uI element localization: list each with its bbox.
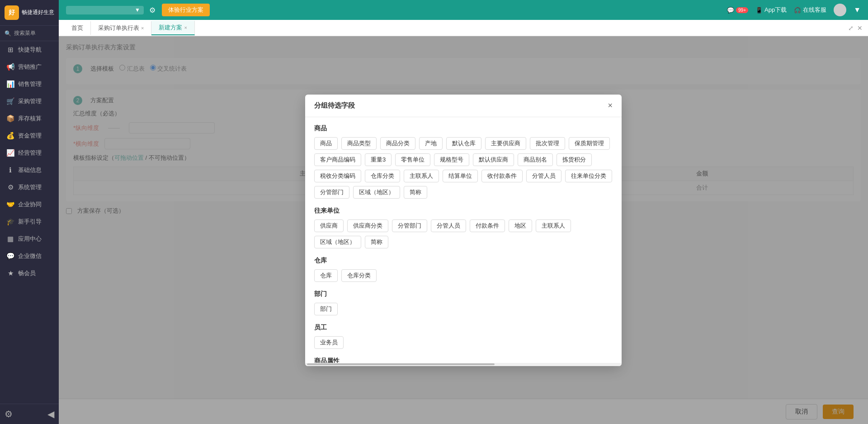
tab-2[interactable]: 新建方案 ×	[151, 21, 194, 35]
tab-1[interactable]: 采购订单执行表 ×	[91, 21, 151, 35]
modal-section-warehouse: 仓库仓库仓库分类	[314, 257, 613, 282]
field-tag-goods-12[interactable]: 默认供应商	[473, 153, 514, 166]
sidebar-item-quick-nav[interactable]: ⊞快捷导航	[0, 41, 59, 58]
sidebar-item-guide[interactable]: 🎓新手引导	[0, 213, 59, 230]
coop-icon: 🤝	[6, 200, 14, 209]
sidebar-item-marketing[interactable]: 📢营销推广	[0, 58, 59, 76]
field-tag-goods-5[interactable]: 主要供应商	[485, 137, 526, 150]
field-tag-goods-10[interactable]: 零售单位	[395, 153, 430, 166]
modal-title: 分组待选字段	[314, 101, 355, 110]
field-tag-goods-18[interactable]: 结算单位	[443, 170, 478, 182]
settings-icon[interactable]: ⚙	[5, 409, 13, 419]
sidebar-item-member[interactable]: ★畅会员	[0, 265, 59, 282]
inventory-icon: 📦	[6, 114, 14, 123]
online-service-link[interactable]: 🎧 在线客服	[794, 6, 826, 14]
field-tag-goods-22[interactable]: 分管部门	[314, 186, 349, 199]
message-icon-wrap[interactable]: 💬 99+	[727, 7, 748, 14]
sidebar-item-coop[interactable]: 🤝企业协同	[0, 196, 59, 213]
purchase-icon: 🛒	[6, 97, 14, 105]
sidebar-label-member: 畅会员	[18, 269, 36, 277]
online-service-label: 在线客服	[803, 6, 826, 14]
field-tag-partner-6[interactable]: 主联系人	[536, 219, 571, 232]
experience-btn[interactable]: 体验行业方案	[162, 4, 210, 16]
sidebar-item-system[interactable]: ⚙系统管理	[0, 179, 59, 196]
tab-maximize[interactable]: ⤢ ✕	[848, 24, 863, 32]
field-tag-goods-3[interactable]: 产地	[419, 137, 443, 150]
field-tag-goods-7[interactable]: 保质期管理	[569, 137, 610, 150]
field-tag-partner-1[interactable]: 供应商分类	[347, 219, 388, 232]
sidebar-label-operations: 经营管理	[18, 149, 42, 157]
field-tag-department-0[interactable]: 部门	[314, 303, 338, 315]
section-title-goods: 商品	[314, 124, 613, 133]
topnav-search-wrap: ▼	[66, 6, 144, 14]
sidebar-item-app-center[interactable]: ▦应用中心	[0, 230, 59, 248]
field-tag-goods-19[interactable]: 收付款条件	[481, 170, 523, 182]
collapse-icon[interactable]: ◀	[47, 409, 54, 419]
download-icon: 📱	[755, 7, 763, 14]
message-icon: 💬	[727, 7, 734, 14]
sidebar-item-wechat[interactable]: 💬企业微信	[0, 248, 59, 265]
app-download-link[interactable]: 📱 App下载	[755, 6, 787, 14]
field-tag-partner-5[interactable]: 地区	[509, 219, 532, 232]
field-tag-goods-0[interactable]: 商品	[314, 137, 338, 150]
sidebar-label-coop: 企业协同	[18, 200, 42, 209]
field-tag-goods-24[interactable]: 简称	[404, 186, 427, 199]
field-tag-goods-1[interactable]: 商品类型	[341, 137, 377, 150]
sidebar-item-finance[interactable]: 💰资金管理	[0, 127, 59, 144]
field-tag-employee-0[interactable]: 业务员	[314, 336, 344, 349]
field-tag-warehouse-1[interactable]: 仓库分类	[341, 269, 377, 282]
sidebar-item-purchase[interactable]: 🛒采购管理	[0, 93, 59, 110]
modal-body: 商品商品商品类型商品分类产地默认仓库主要供应商批次管理保质期管理客户商品编码重量…	[305, 117, 622, 363]
field-tag-goods-9[interactable]: 重量3	[365, 153, 392, 166]
topnav-gear-icon[interactable]: ⚙	[149, 6, 156, 14]
sidebar-item-sales[interactable]: 📊销售管理	[0, 76, 59, 93]
tab-close-2[interactable]: ×	[184, 25, 187, 30]
field-tag-goods-23[interactable]: 区域（地区）	[353, 186, 400, 199]
field-tag-warehouse-0[interactable]: 仓库	[314, 269, 338, 282]
sidebar: 好 畅捷通好生意 🔍 搜索菜单 ⊞快捷导航📢营销推广📊销售管理🛒采购管理📦库存核…	[0, 0, 59, 424]
modal-section-product-attr: 商品属性属性颜色多规格尺码鞋码1	[314, 357, 613, 363]
field-tag-goods-13[interactable]: 商品别名	[518, 153, 553, 166]
sidebar-search[interactable]: 🔍 搜索菜单	[0, 26, 59, 41]
sidebar-item-basic-info[interactable]: ℹ基础信息	[0, 162, 59, 179]
modal-hscrollbar[interactable]	[305, 363, 622, 366]
field-tag-goods-16[interactable]: 仓库分类	[365, 170, 400, 182]
service-icon: 🎧	[794, 7, 801, 14]
field-tag-goods-17[interactable]: 主联系人	[404, 170, 439, 182]
sidebar-item-inventory[interactable]: 📦库存核算	[0, 110, 59, 127]
field-tag-partner-3[interactable]: 分管人员	[431, 219, 466, 232]
sidebar-label-quick-nav: 快捷导航	[18, 46, 42, 54]
member-icon: ★	[6, 269, 14, 277]
sidebar-item-operations[interactable]: 📈经营管理	[0, 144, 59, 162]
field-tag-partner-8[interactable]: 简称	[365, 236, 388, 248]
topnav-dropdown-icon[interactable]: ▼	[135, 7, 140, 13]
field-tag-goods-14[interactable]: 拣货积分	[557, 153, 592, 166]
field-tag-partner-0[interactable]: 供应商	[314, 219, 344, 232]
field-tag-partner-7[interactable]: 区域（地区）	[314, 236, 361, 248]
wechat-icon: 💬	[6, 252, 14, 260]
field-tag-goods-8[interactable]: 客户商品编码	[314, 153, 361, 166]
field-tag-goods-6[interactable]: 批次管理	[530, 137, 565, 150]
field-tag-partner-4[interactable]: 付款条件	[470, 219, 505, 232]
app-download-label: App下载	[764, 6, 787, 14]
field-tag-goods-2[interactable]: 商品分类	[380, 137, 415, 150]
sidebar-label-basic-info: 基础信息	[18, 166, 42, 174]
field-tag-goods-20[interactable]: 分管人员	[526, 170, 561, 182]
tab-close-1[interactable]: ×	[141, 25, 144, 31]
field-tag-goods-11[interactable]: 规格型号	[434, 153, 469, 166]
sales-icon: 📊	[6, 80, 14, 88]
field-tag-goods-15[interactable]: 税收分类编码	[314, 170, 361, 182]
sidebar-search-label: 搜索菜单	[14, 29, 36, 37]
modal-close-button[interactable]: ×	[608, 101, 613, 110]
message-badge: 99+	[736, 7, 748, 13]
app-logo-text: 畅捷通好生意	[22, 9, 54, 16]
topnav-search-input[interactable]	[70, 7, 133, 14]
field-tags-partner: 供应商供应商分类分管部门分管人员付款条件地区主联系人区域（地区）简称	[314, 219, 613, 248]
tab-0[interactable]: 首页	[64, 21, 91, 35]
user-avatar[interactable]	[834, 4, 846, 16]
user-menu-icon[interactable]: ▼	[854, 6, 861, 14]
field-tag-goods-21[interactable]: 往来单位分类	[565, 170, 612, 182]
sidebar-label-purchase: 采购管理	[18, 97, 42, 105]
field-tag-partner-2[interactable]: 分管部门	[392, 219, 427, 232]
field-tag-goods-4[interactable]: 默认仓库	[446, 137, 481, 150]
